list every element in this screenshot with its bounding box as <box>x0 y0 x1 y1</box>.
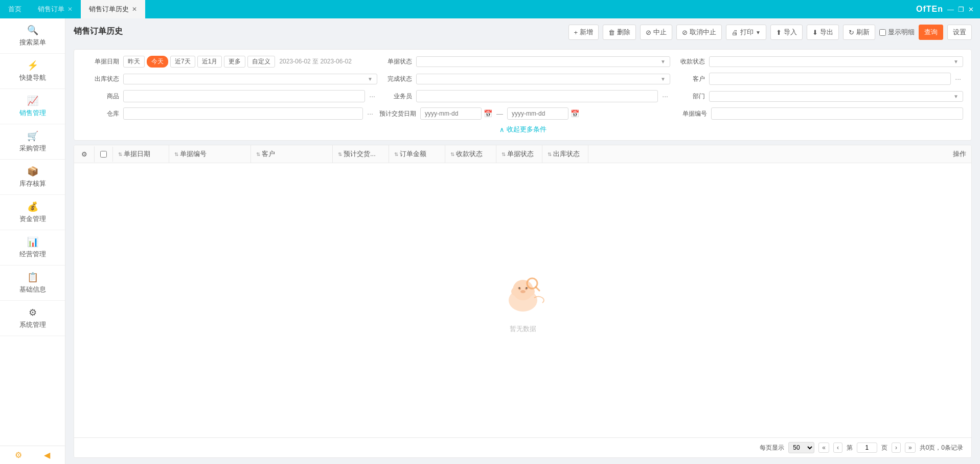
last-page-btn[interactable]: » <box>905 443 916 453</box>
svg-point-7 <box>511 288 519 296</box>
delete-button[interactable]: 🗑 删除 <box>603 25 636 40</box>
col-amount-label: 订单金额 <box>400 149 426 159</box>
sidebar-item-system[interactable]: ⚙ 系统管理 <box>0 301 65 336</box>
display-detail-input[interactable] <box>879 29 886 36</box>
col-status[interactable]: ⇅ 单据状态 <box>496 145 542 163</box>
salesperson-dots-btn[interactable]: ··· <box>660 92 670 100</box>
import-icon: ⬆ <box>776 29 782 36</box>
select-all-checkbox[interactable] <box>100 151 107 158</box>
sidebar-item-basic-info[interactable]: 📋 基础信息 <box>0 266 65 301</box>
customer-dots-btn[interactable]: ··· <box>953 75 963 83</box>
col-delivery-label: 预计交货... <box>344 149 376 159</box>
delivery-date-from[interactable] <box>420 107 482 120</box>
order-status-select[interactable]: ▼ <box>416 56 670 67</box>
sidebar-item-finance[interactable]: 💰 资金管理 <box>0 195 65 230</box>
add-button[interactable]: + 新增 <box>568 25 599 40</box>
import-button[interactable]: ⬆ 导入 <box>770 25 803 40</box>
product-input[interactable] <box>123 90 365 102</box>
sidebar-item-basic-info-label: 基础信息 <box>19 285 46 294</box>
settings-label: 设置 <box>953 28 966 37</box>
prev-page-btn[interactable]: ‹ <box>833 443 842 453</box>
restore-btn[interactable]: ❐ <box>958 6 964 13</box>
col-number[interactable]: ⇅ 单据编号 <box>169 145 251 163</box>
sort-date-icon: ⇅ <box>118 151 122 157</box>
page-title: 销售订单历史 <box>74 26 123 37</box>
col-customer[interactable]: ⇅ 客户 <box>251 145 333 163</box>
col-checkbox[interactable] <box>95 147 113 162</box>
sidebar-collapse-btn[interactable]: ◀ <box>44 450 50 460</box>
tab-sales-order[interactable]: 销售订单 ✕ <box>30 0 81 18</box>
salesperson-label: 业务员 <box>381 92 412 101</box>
col-outbound-label: 出库状态 <box>553 149 580 159</box>
col-date[interactable]: ⇅ 单据日期 <box>113 145 169 163</box>
filter-row-4: 仓库 ··· 预计交货日期 📅 — 📅 单据编号 <box>82 107 963 120</box>
date-btn-more[interactable]: 更多 <box>224 56 245 68</box>
outbound-status-label: 出库状态 <box>82 75 119 83</box>
sort-receipt-icon: ⇅ <box>450 151 454 157</box>
collapse-row[interactable]: ∧ 收起更多条件 <box>82 125 963 134</box>
sidebar-item-search-label: 搜索菜单 <box>19 38 46 47</box>
salesperson-input[interactable] <box>416 90 658 102</box>
tab-sales-history[interactable]: 销售订单历史 ✕ <box>81 0 145 18</box>
sidebar-item-inventory[interactable]: 📦 库存核算 <box>0 160 65 195</box>
settings-button[interactable]: 设置 <box>947 25 972 40</box>
delivery-date-to[interactable] <box>507 107 568 120</box>
date-btn-yesterday[interactable]: 昨天 <box>123 56 145 68</box>
product-label: 商品 <box>82 92 119 101</box>
settings-col-icon: ⚙ <box>81 150 87 158</box>
display-detail-checkbox[interactable]: 显示明细 <box>879 28 915 37</box>
top-bar-right: OfTEn — ❐ ✕ <box>910 5 980 14</box>
col-amount[interactable]: ⇅ 订单金额 <box>389 145 445 163</box>
product-dots-btn[interactable]: ··· <box>367 92 377 100</box>
complete-status-select[interactable]: ▼ <box>416 74 670 84</box>
minimize-btn[interactable]: — <box>947 6 954 13</box>
order-no-label: 单据编号 <box>676 109 707 118</box>
sidebar-item-quick-nav[interactable]: ⚡ 快捷导航 <box>0 54 65 89</box>
receipt-status-select[interactable]: ▼ <box>709 56 963 67</box>
order-no-input[interactable] <box>711 107 963 120</box>
date-shortcuts: 昨天 今天 近7天 近1月 更多 自定义 <box>123 56 275 68</box>
outbound-status-select[interactable]: ▼ <box>123 74 377 84</box>
warehouse-dots-btn[interactable]: ··· <box>365 109 375 118</box>
date-btn-custom[interactable]: 自定义 <box>247 56 275 68</box>
stop-button[interactable]: ⊘ 中止 <box>640 25 672 40</box>
sidebar-item-sales[interactable]: 📈 销售管理 <box>0 89 65 124</box>
calendar-from-icon[interactable]: 📅 <box>484 109 492 118</box>
col-settings[interactable]: ⚙ <box>74 146 95 162</box>
next-page-btn[interactable]: › <box>892 443 901 453</box>
dept-select[interactable]: ▼ <box>709 91 963 102</box>
col-outbound[interactable]: ⇅ 出库状态 <box>542 145 588 163</box>
sidebar-item-operations[interactable]: 📊 经营管理 <box>0 230 65 266</box>
query-button[interactable]: 查询 <box>919 25 943 40</box>
warehouse-input[interactable] <box>123 107 363 120</box>
date-btn-7days[interactable]: 近7天 <box>170 56 195 68</box>
table-body: 暂无数据 <box>74 163 971 437</box>
date-btn-1month[interactable]: 近1月 <box>197 56 222 68</box>
close-btn[interactable]: ✕ <box>968 6 974 13</box>
print-button[interactable]: 🖨 打印 ▼ <box>726 25 766 40</box>
sidebar-item-search[interactable]: 🔍 搜索菜单 <box>0 18 65 54</box>
calendar-to-icon[interactable]: 📅 <box>571 109 579 118</box>
customer-input[interactable] <box>709 73 951 85</box>
export-button[interactable]: ⬇ 导出 <box>807 25 839 40</box>
col-delivery[interactable]: ⇅ 预计交货... <box>333 145 389 163</box>
date-btn-today[interactable]: 今天 <box>147 56 168 68</box>
sidebar-settings-btn[interactable]: ⚙ <box>15 450 22 460</box>
page-number-input[interactable] <box>857 443 877 453</box>
col-customer-label: 客户 <box>262 149 275 159</box>
cancel-stop-button[interactable]: ⊘ 取消中止 <box>676 25 722 40</box>
table-container: ⚙ ⇅ 单据日期 ⇅ 单据编号 ⇅ 客户 <box>74 145 972 458</box>
dept-control: ▼ <box>709 91 963 102</box>
tab-sales-history-close[interactable]: ✕ <box>132 6 137 13</box>
page-size-select[interactable]: 50 10 20 100 <box>788 442 814 453</box>
sidebar-item-purchase[interactable]: 🛒 采购管理 <box>0 124 65 160</box>
sort-outbound-icon: ⇅ <box>548 151 552 157</box>
tab-home[interactable]: 首页 <box>0 0 30 18</box>
first-page-btn[interactable]: « <box>818 443 829 453</box>
tab-sales-order-close[interactable]: ✕ <box>67 6 73 13</box>
empty-state-icon <box>497 267 549 318</box>
sidebar-bottom: ⚙ ◀ <box>0 446 65 464</box>
content-area: 销售订单历史 + 新增 🗑 删除 ⊘ 中止 ⊘ <box>65 18 980 464</box>
refresh-button[interactable]: ↻ 刷新 <box>843 25 875 40</box>
col-receipt[interactable]: ⇅ 收款状态 <box>445 145 496 163</box>
